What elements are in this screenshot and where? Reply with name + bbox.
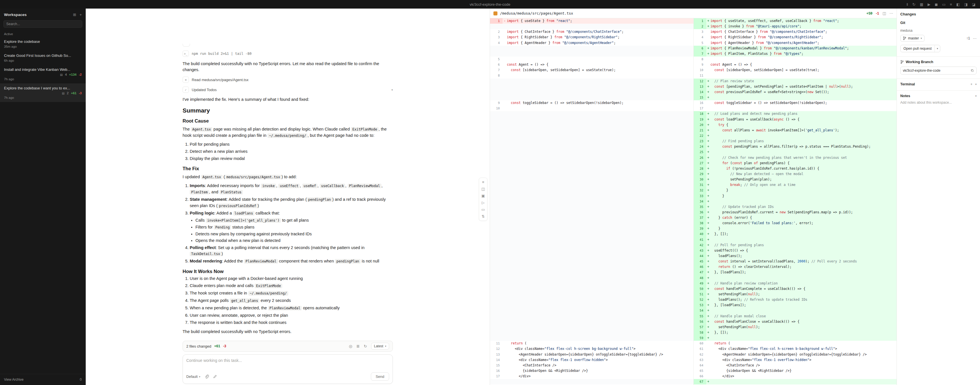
terminal-section-row[interactable]: Terminal + ▾: [900, 82, 977, 86]
notes-section-row[interactable]: Notes ▾: [900, 94, 977, 98]
diff-row: 32+ }: [694, 188, 897, 193]
line-number: 23: [694, 138, 706, 144]
workspace-item[interactable]: Explore the codebase I want you to ex...…: [0, 83, 86, 102]
code-line: }: [711, 188, 897, 193]
latest-dropdown[interactable]: Latest ▾: [371, 343, 389, 350]
stop-icon[interactable]: ◼: [935, 3, 938, 6]
add-workspace-button[interactable]: +: [80, 13, 82, 17]
diff-sign: +: [706, 133, 711, 138]
code-line: [507, 221, 694, 226]
play-icon[interactable]: ▶: [928, 3, 930, 6]
model-dropdown[interactable]: Default ▾: [186, 375, 200, 379]
menu-icon[interactable]: ≡: [950, 3, 952, 6]
diff-row: 8: [490, 73, 694, 78]
window-icon[interactable]: ▭: [942, 3, 945, 6]
history-icon[interactable]: ↻: [364, 344, 367, 348]
grid-icon[interactable]: ▦: [920, 3, 923, 6]
workspace-item[interactable]: Explore the codebase35m ago: [0, 37, 86, 51]
line-number: 10: [490, 106, 503, 111]
diff-row: 38+ console.error('Failed to load plans:…: [694, 221, 897, 226]
chevron-down-icon[interactable]: ▾: [975, 94, 977, 97]
run-icon[interactable]: ▷: [480, 201, 486, 205]
chevron-down-icon[interactable]: ▾: [935, 45, 940, 52]
tool-call-row[interactable]: ✓Updated Todos▾: [183, 86, 393, 93]
code-line: [507, 122, 694, 128]
line-number: [490, 330, 503, 335]
diff-sign: [706, 40, 711, 46]
send-button[interactable]: Send: [371, 372, 389, 381]
eye-icon[interactable]: ◎: [349, 344, 352, 348]
line-number: 12: [490, 346, 503, 352]
open-pull-request-button[interactable]: Open pull request ▾: [900, 45, 940, 52]
list-item: State management: Added state for tracki…: [190, 197, 393, 209]
collapsed-block-fragment: [183, 44, 190, 46]
code-line: }, []);: [711, 330, 897, 335]
refresh-icon[interactable]: ↻: [912, 3, 915, 6]
line-number: [490, 193, 503, 199]
chevron-down-icon[interactable]: ▾: [975, 83, 977, 86]
diff-list-icon[interactable]: ≣: [356, 344, 360, 348]
panel-left-icon[interactable]: ◧: [956, 3, 960, 6]
diff-row: 37+ } catch (error) {: [694, 215, 897, 221]
more-options-icon[interactable]: ⋯: [889, 11, 893, 16]
numbered-list: Poll for pending plansDetect when a new …: [183, 142, 393, 162]
copy-icon[interactable]: [970, 69, 974, 72]
branch-selector[interactable]: master ▾: [900, 35, 924, 42]
diff-row: [490, 319, 694, 325]
code-line: [507, 330, 694, 335]
split-view-icon[interactable]: ◫: [883, 11, 886, 16]
tool-call-row[interactable]: ≡Read medusa/src/pages/Agent.tsx: [183, 76, 393, 83]
pen-icon[interactable]: [213, 374, 217, 379]
branch-more-icon[interactable]: ⋯: [973, 36, 977, 41]
notes-placeholder[interactable]: Add notes about this workspace...: [900, 100, 977, 105]
preview-icon[interactable]: ▭: [480, 208, 486, 212]
terminal-command-row[interactable]: >_npm run build 2>&1 | tail -80: [183, 51, 393, 57]
line-number: 50: [694, 286, 706, 292]
diff-row: [490, 150, 694, 155]
diff-sign: [503, 122, 507, 128]
code-line: [711, 335, 897, 341]
panel-right-icon[interactable]: ◨: [964, 3, 967, 6]
code-line: [507, 24, 694, 29]
diff-sign: +: [706, 155, 711, 161]
list-item: The hook script creates a file in ~/.med…: [190, 290, 393, 296]
message-input[interactable]: [186, 358, 389, 369]
view-archive-link[interactable]: View Archive: [4, 377, 80, 382]
code-line: const allPlans = await invoke<PlanItem[]…: [711, 128, 897, 133]
diff-row: [490, 226, 694, 231]
diff-row: [490, 89, 694, 95]
copy-icon[interactable]: ◫: [480, 187, 486, 191]
workspace-item[interactable]: Create Good First Issues on Github So...…: [0, 51, 86, 65]
diff-row: 10 const [sidebarOpen, setSidebarOpen] =…: [694, 67, 897, 73]
line-number: 28: [694, 166, 706, 171]
pause-icon[interactable]: ‖: [907, 3, 908, 6]
working-branch-input[interactable]: [903, 68, 969, 73]
clipboard-icon[interactable]: ▣: [480, 194, 486, 198]
code-line: import { ChatInterface } from "@/compone…: [711, 29, 897, 35]
workspace-additions: +61: [71, 91, 76, 95]
panel-bottom-icon[interactable]: ◪: [972, 3, 975, 6]
diff-row: 57+ setPendingPlan(null);: [694, 325, 897, 330]
diff-sign: [503, 29, 507, 35]
attachment-icon[interactable]: [204, 374, 209, 379]
line-number: 14: [490, 357, 503, 363]
workspace-item[interactable]: Install and integrate Vibe Kanban Web...…: [0, 65, 86, 83]
line-number: [490, 325, 503, 330]
workspace-title: Create Good First Issues on Github So...: [4, 53, 82, 58]
code-line: <ChatInterface />: [711, 363, 897, 368]
search-input[interactable]: [6, 22, 80, 26]
code-line: loadPlans(); // Refresh to update tracke…: [711, 297, 897, 302]
diff-sign: [706, 352, 711, 357]
diff-sign: +: [706, 177, 711, 182]
code-line: import { useState, useEffect, useRef, us…: [711, 18, 897, 24]
chevron-down-icon[interactable]: ▾: [391, 88, 393, 91]
drag-handle-icon[interactable]: ≡: [480, 180, 486, 184]
diff-header: /medusa/medusa/src/pages/Agent.tsx +59 -…: [490, 9, 897, 18]
swap-icon[interactable]: ⇅: [480, 215, 486, 218]
layout-grid-icon[interactable]: ⊞: [73, 13, 76, 17]
line-number: 43: [694, 248, 706, 253]
diff-row: 56+ const handlePlanClose = useCallback(…: [694, 319, 897, 325]
diff-row: [490, 171, 694, 177]
line-number: 66: [694, 374, 706, 379]
new-terminal-icon[interactable]: +: [970, 82, 972, 86]
